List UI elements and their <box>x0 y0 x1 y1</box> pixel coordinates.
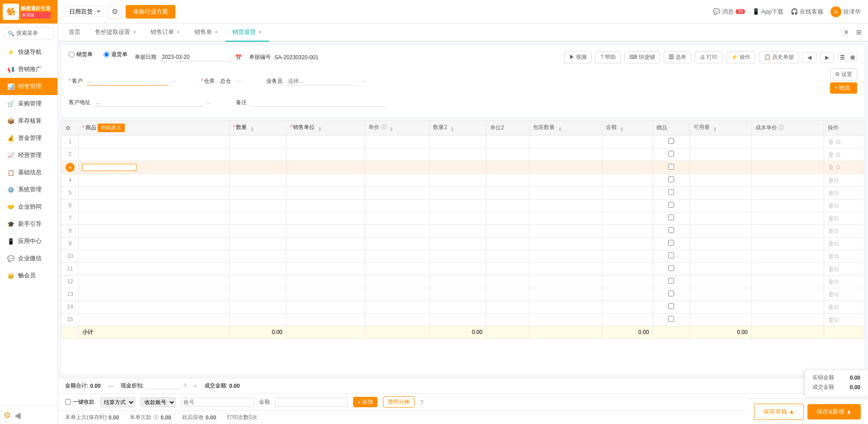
help-button[interactable]: ? 帮助 <box>595 51 621 63</box>
scan-button[interactable]: 扫码录入 <box>98 124 125 132</box>
add-payment-button[interactable]: + 添加 <box>353 397 377 407</box>
price-cell-3[interactable] <box>365 161 429 174</box>
unit-sort-icon[interactable]: ▲▼ <box>318 127 322 133</box>
customer-more-icon[interactable]: ··· <box>171 78 176 84</box>
delete-row-9[interactable]: 🗑 <box>828 240 834 247</box>
payment-amount-input[interactable] <box>275 398 348 407</box>
tab-close-sales-delivery[interactable]: × <box>215 29 218 35</box>
sidebar-item-guide[interactable]: 🎓 新手引导 <box>0 215 57 233</box>
avail-cell-3[interactable] <box>690 161 751 174</box>
address-more-icon[interactable]: ··· <box>206 100 211 106</box>
tab-close-price-set[interactable]: × <box>133 29 136 35</box>
calendar-icon[interactable]: 📅 <box>235 54 242 61</box>
gift-checkbox-2[interactable] <box>668 151 674 157</box>
print-button[interactable]: 🖨 打印 <box>695 51 722 63</box>
tab-sales-return[interactable]: 销货退货 × <box>225 24 269 42</box>
sidebar-item-system[interactable]: ⚙️ 系统管理 <box>0 181 57 198</box>
sidebar-item-inventory[interactable]: 📦 库存核算 <box>0 112 57 129</box>
discount-help-icon[interactable]: ? <box>184 383 187 389</box>
delete-row-8[interactable]: 🗑 <box>828 227 834 234</box>
cost-cell-3[interactable] <box>751 161 824 174</box>
pkg-sort-icon[interactable]: ▲▼ <box>558 127 562 133</box>
amount-sort-icon[interactable]: ▲▼ <box>620 127 623 133</box>
product-cell-1[interactable] <box>79 135 230 148</box>
cost-cell-1[interactable] <box>751 135 824 148</box>
qty2-sort-icon[interactable]: ▲▼ <box>450 127 454 133</box>
avail-cell-2[interactable] <box>690 148 751 161</box>
copy-row-7[interactable]: ⧉ <box>834 214 839 222</box>
pkg-cell-1[interactable] <box>529 135 602 148</box>
history-button[interactable]: 📋 历史单据 <box>759 51 799 63</box>
save-draft-button[interactable]: 保存草稿 ▲ <box>754 404 804 420</box>
sidebar-item-enterprise[interactable]: 🤝 企业协同 <box>0 198 57 215</box>
qty2-cell-1[interactable] <box>429 135 486 148</box>
copy-row-10[interactable]: ⧉ <box>834 252 839 260</box>
price-sort-icon[interactable]: ▲▼ <box>390 127 393 133</box>
user-item[interactable]: 头 徐泽华 <box>830 6 861 17</box>
sidebar-item-sales[interactable]: 📊 销售管理 <box>0 78 57 95</box>
avail-sort-icon[interactable]: ▲▼ <box>713 127 717 133</box>
cost-cell-2[interactable] <box>751 148 824 161</box>
sidebar-item-app[interactable]: 📱 应用中心 <box>0 233 57 250</box>
split-help-icon[interactable]: ? <box>420 399 424 406</box>
sidebar-item-basic[interactable]: 📋 基础信息 <box>0 164 57 181</box>
customer-input[interactable] <box>86 77 168 86</box>
qty2-cell-2[interactable] <box>429 148 486 161</box>
video-button[interactable]: ▶ 视频 <box>564 51 592 63</box>
salesperson-more-icon[interactable]: ··· <box>361 78 366 84</box>
copy-row-9[interactable]: ⧉ <box>834 240 839 248</box>
search-menu-button[interactable]: 🔍 搜索菜单 <box>4 27 54 39</box>
close-tab-button[interactable]: ✕ <box>841 27 852 38</box>
qty-cell-2[interactable] <box>229 148 286 161</box>
price-info-icon[interactable]: ⓘ <box>381 124 387 130</box>
settings-form-button[interactable]: ⚙ 设置 <box>830 68 857 81</box>
settings-bottom-button[interactable]: ⚙ <box>4 410 11 420</box>
tab-sales-delivery[interactable]: 销售单 × <box>187 24 225 42</box>
pkg-cell-2[interactable] <box>529 148 602 161</box>
delete-row-1[interactable]: 🗑 <box>828 138 834 145</box>
message-item[interactable]: 💬 消息 70 <box>713 8 745 16</box>
copy-row-1[interactable]: ⧉ <box>836 138 840 146</box>
delete-row-2[interactable]: 🗑 <box>828 151 834 158</box>
gift-cell-2[interactable] <box>653 148 690 161</box>
discount-input[interactable] <box>146 382 182 389</box>
sidebar-item-shortcut[interactable]: ⚡ 快捷导航 <box>0 43 57 61</box>
sidebar-item-marketing[interactable]: 📢 营销推广 <box>0 61 57 78</box>
sidebar-item-finance[interactable]: 💰 资金管理 <box>0 129 57 147</box>
gear-button[interactable]: ⚙ <box>108 5 122 19</box>
account-select[interactable]: 收款账号 <box>141 397 176 407</box>
account-number-input[interactable] <box>181 398 254 407</box>
download-item[interactable]: 📱 App下载 <box>752 8 783 16</box>
service-item[interactable]: 🎧 在线客服 <box>791 8 823 16</box>
product-input-1[interactable] <box>82 138 226 145</box>
copy-row-11[interactable]: ⧉ <box>834 265 839 273</box>
delete-row-4[interactable]: 🗑 <box>828 176 834 184</box>
tab-sales-order[interactable]: 销售订单 × <box>143 24 187 42</box>
date-input[interactable] <box>160 53 231 62</box>
warehouse-more-icon[interactable]: ··· <box>236 78 241 84</box>
gift-checkbox-3[interactable] <box>668 164 674 170</box>
radio-return[interactable]: 退货单 <box>104 51 127 58</box>
address-input[interactable] <box>94 98 203 107</box>
shortcut-key-button[interactable]: ⌨ 快捷键 <box>624 51 660 63</box>
copy-row-8[interactable]: ⧉ <box>834 227 839 235</box>
add-row-button[interactable]: + <box>66 163 75 172</box>
maximize-tab-button[interactable]: ⊞ <box>854 27 864 38</box>
copy-row-2[interactable]: ⧉ <box>836 151 840 158</box>
radio-sales[interactable]: 销货单 <box>69 51 93 58</box>
tab-price-set[interactable]: 售价提取设置 × <box>88 24 143 42</box>
tab-home[interactable]: 首页 <box>61 24 88 42</box>
tab-close-sales-return[interactable]: × <box>259 29 262 35</box>
delete-row-6[interactable]: 🗑 <box>828 202 834 209</box>
copy-row-6[interactable]: ⧉ <box>834 202 839 210</box>
experience-button[interactable]: 体验行业方案 <box>126 5 175 19</box>
salesperson-input[interactable] <box>286 77 358 86</box>
delete-row-15[interactable]: 🗑 <box>828 316 834 323</box>
one-click-payment-label[interactable]: 一键收款 <box>65 398 94 406</box>
list-view-icon[interactable]: ☰ <box>838 53 847 62</box>
qty-cell-3[interactable] <box>229 161 286 174</box>
copy-row-12[interactable]: ⧉ <box>834 278 839 286</box>
copy-row-13[interactable]: ⧉ <box>834 291 839 298</box>
delete-row-5[interactable]: 🗑 <box>828 189 834 196</box>
grid-view-icon[interactable]: ⊞ <box>848 53 857 62</box>
